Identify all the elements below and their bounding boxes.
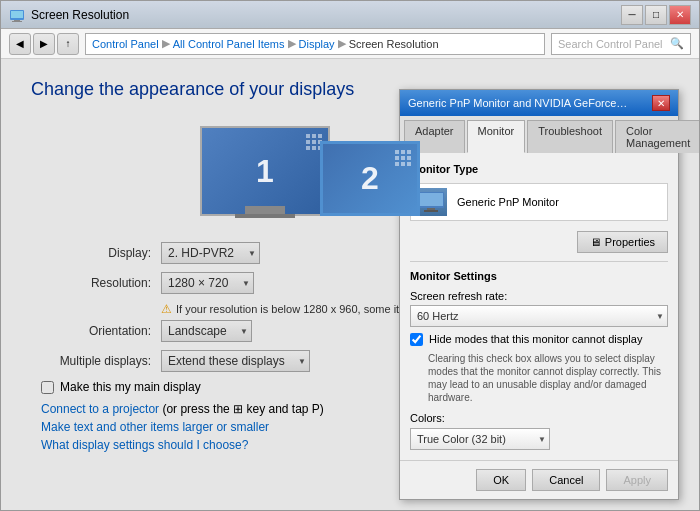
refresh-rate-dropdown[interactable]: 60 Hertz (410, 305, 668, 327)
breadcrumb-item-1[interactable]: Control Panel (92, 38, 159, 50)
modal-title-bar: Generic PnP Monitor and NVIDIA GeForce G… (400, 90, 678, 116)
modal-footer: OK Cancel Apply (400, 460, 678, 499)
title-bar-left: Screen Resolution (9, 7, 129, 23)
svg-rect-2 (14, 20, 20, 21)
svg-rect-1 (11, 11, 23, 18)
monitor-1[interactable]: 1 (200, 126, 330, 216)
modal-dialog: Generic PnP Monitor and NVIDIA GeForce G… (399, 89, 679, 500)
properties-button-wrap: 🖥 Properties (410, 231, 668, 253)
title-bar: Screen Resolution ─ □ ✕ (1, 1, 699, 29)
svg-rect-5 (419, 193, 443, 206)
tab-troubleshoot[interactable]: Troubleshoot (527, 120, 613, 153)
colors-dropdown[interactable]: True Color (32 bit) (410, 428, 550, 450)
hide-modes-row: Hide modes that this monitor cannot disp… (410, 333, 668, 346)
modal-title-text: Generic PnP Monitor and NVIDIA GeForce G… (408, 97, 628, 109)
monitor-settings-title: Monitor Settings (410, 270, 668, 282)
cancel-button[interactable]: Cancel (532, 469, 600, 491)
properties-icon: 🖥 (590, 236, 601, 248)
svg-rect-3 (12, 21, 22, 22)
colors-label: Colors: (410, 412, 668, 424)
breadcrumb-sep-2: ▶ (288, 37, 296, 50)
refresh-rate-dropdown-wrap: 60 Hertz ▼ (410, 305, 668, 327)
breadcrumb-sep-1: ▶ (162, 37, 170, 50)
colors-dropdown-wrap: True Color (32 bit) ▼ (410, 428, 550, 450)
section-separator (410, 261, 668, 262)
back-button[interactable]: ◀ (9, 33, 31, 55)
search-bar[interactable]: Search Control Panel 🔍 (551, 33, 691, 55)
nav-buttons: ◀ ▶ ↑ (9, 33, 79, 55)
window-controls: ─ □ ✕ (621, 5, 691, 25)
title-text: Screen Resolution (31, 8, 129, 22)
forward-button[interactable]: ▶ (33, 33, 55, 55)
svg-rect-6 (427, 208, 435, 210)
refresh-rate-wrap: Screen refresh rate: 60 Hertz ▼ (410, 290, 668, 327)
window-icon (9, 7, 25, 23)
minimize-button[interactable]: ─ (621, 5, 643, 25)
main-content: Change the appearance of your displays 1 (1, 59, 699, 510)
svg-rect-7 (424, 210, 438, 212)
address-bar: ◀ ▶ ↑ Control Panel ▶ All Control Panel … (1, 29, 699, 59)
hide-modes-label: Hide modes that this monitor cannot disp… (429, 333, 642, 345)
modal-body: Monitor Type Generic PnP Monitor (400, 153, 678, 460)
tab-color-management[interactable]: Color Management (615, 120, 699, 153)
monitor-2-dots (395, 150, 411, 166)
hide-modes-help: Clearing this check box allows you to se… (428, 352, 668, 404)
modal-overlay: Generic PnP Monitor and NVIDIA GeForce G… (1, 59, 699, 510)
up-button[interactable]: ↑ (57, 33, 79, 55)
monitor-2[interactable]: 2 (320, 141, 420, 216)
refresh-rate-label: Screen refresh rate: (410, 290, 668, 302)
close-button[interactable]: ✕ (669, 5, 691, 25)
maximize-button[interactable]: □ (645, 5, 667, 25)
breadcrumb-item-2[interactable]: All Control Panel Items (173, 38, 285, 50)
search-icon[interactable]: 🔍 (670, 37, 684, 50)
breadcrumb-item-4: Screen Resolution (349, 38, 439, 50)
hide-modes-checkbox[interactable] (410, 333, 423, 346)
breadcrumb-item-3[interactable]: Display (299, 38, 335, 50)
tab-monitor[interactable]: Monitor (467, 120, 526, 153)
monitor-type-row: Generic PnP Monitor (410, 183, 668, 221)
ok-button[interactable]: OK (476, 469, 526, 491)
monitor-2-number: 2 (361, 160, 379, 197)
monitor-type-section-title: Monitor Type (410, 163, 668, 175)
breadcrumb-sep-3: ▶ (338, 37, 346, 50)
properties-button[interactable]: 🖥 Properties (577, 231, 668, 253)
properties-btn-label: Properties (605, 236, 655, 248)
monitor-type-value: Generic PnP Monitor (457, 196, 559, 208)
monitor-1-number: 1 (256, 153, 274, 190)
search-placeholder: Search Control Panel (558, 38, 663, 50)
apply-button[interactable]: Apply (606, 469, 668, 491)
main-window: Screen Resolution ─ □ ✕ ◀ ▶ ↑ Control Pa… (0, 0, 700, 511)
breadcrumb: Control Panel ▶ All Control Panel Items … (85, 33, 545, 55)
modal-close-button[interactable]: ✕ (652, 95, 670, 111)
tab-bar: Adapter Monitor Troubleshoot Color Manag… (400, 116, 678, 153)
